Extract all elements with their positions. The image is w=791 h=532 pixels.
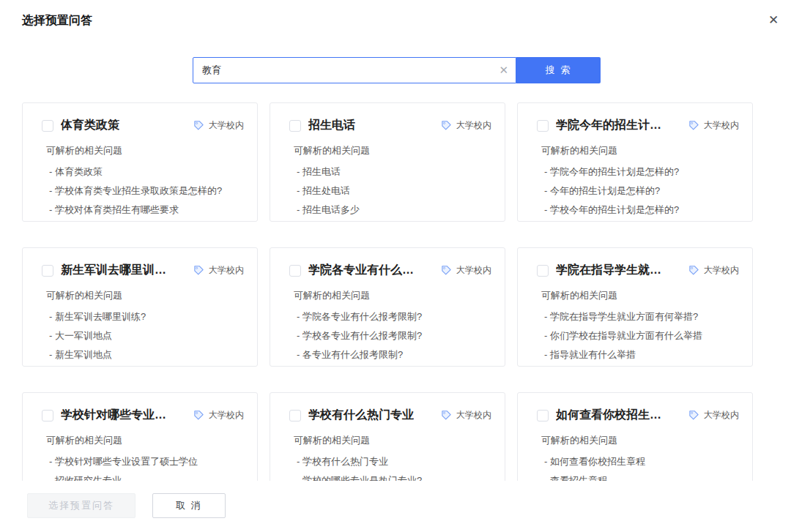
card-tag: 大学校内 — [684, 264, 739, 277]
tag-icon — [688, 410, 699, 421]
clear-icon[interactable]: ✕ — [499, 58, 508, 83]
question-item: - 学院今年的招生计划是怎样的? — [544, 162, 742, 181]
card-tag: 大学校内 — [684, 409, 739, 422]
card-checkbox[interactable] — [42, 410, 53, 422]
question-item: - 今年的招生计划是怎样的? — [544, 181, 742, 201]
tag-icon — [193, 410, 204, 421]
related-questions-label: 可解析的相关问题 — [46, 144, 244, 157]
card-tag: 大学校内 — [437, 264, 491, 277]
question-item: - 学校各专业有什么报考限制? — [297, 326, 494, 345]
card-checkbox[interactable] — [537, 120, 549, 132]
search-input-container: ✕ — [193, 57, 516, 83]
card-title: 学院今年的招生计… — [556, 118, 661, 133]
related-questions-label: 可解析的相关问题 — [541, 434, 739, 447]
question-item: - 大一军训地点 — [49, 326, 247, 345]
card-checkbox[interactable] — [289, 265, 301, 277]
tag-icon — [688, 120, 699, 131]
card-grid: 体育类政策 大学校内 可解析的相关问题 - 体育类政策 - 学校体育类专业招生录… — [22, 102, 754, 481]
question-item: - 学院在指导学生就业方面有何举措? — [544, 307, 742, 326]
qa-card[interactable]: 学校针对哪些专业… 大学校内 可解析的相关问题 - 学校针对哪些专业设置了硕士学… — [22, 392, 258, 481]
related-questions-label: 可解析的相关问题 — [46, 289, 244, 302]
question-item: - 指导就业有什么举措 — [544, 345, 742, 364]
card-tag-label: 大学校内 — [704, 409, 739, 422]
card-tag-label: 大学校内 — [209, 264, 244, 277]
card-checkbox[interactable] — [537, 265, 549, 277]
question-item: - 如何查看你校招生章程 — [544, 452, 742, 471]
search-input[interactable] — [193, 58, 516, 83]
qa-card[interactable]: 如何查看你校招生… 大学校内 可解析的相关问题 - 如何查看你校招生章程 - 查… — [517, 392, 753, 481]
qa-card[interactable]: 体育类政策 大学校内 可解析的相关问题 - 体育类政策 - 学校体育类专业招生录… — [22, 102, 258, 222]
question-item: - 学校对体育类招生有哪些要求 — [49, 201, 247, 220]
question-item: - 学校的哪些专业是热门专业? — [297, 471, 494, 481]
close-icon[interactable]: ✕ — [765, 12, 782, 29]
question-item: - 招收研究生专业 — [49, 471, 247, 481]
question-item: - 各专业有什么报考限制? — [297, 345, 494, 364]
card-tag-label: 大学校内 — [456, 409, 491, 422]
tag-icon — [193, 120, 204, 131]
card-checkbox[interactable] — [42, 265, 53, 277]
related-questions-label: 可解析的相关问题 — [46, 434, 244, 447]
card-tag-label: 大学校内 — [704, 264, 739, 277]
related-questions-label: 可解析的相关问题 — [294, 289, 491, 302]
question-item: - 体育类政策 — [49, 162, 247, 181]
select-preset-button[interactable]: 选择预置问答 — [27, 493, 135, 518]
card-checkbox[interactable] — [289, 120, 301, 132]
question-item: - 招生电话多少 — [297, 201, 494, 220]
tag-icon — [441, 265, 452, 276]
qa-card[interactable]: 新生军训去哪里训… 大学校内 可解析的相关问题 - 新生军训去哪里训练? - 大… — [22, 247, 258, 367]
card-title: 如何查看你校招生… — [556, 408, 661, 423]
related-questions-label: 可解析的相关问题 — [294, 144, 491, 157]
card-grid-viewport: 体育类政策 大学校内 可解析的相关问题 - 体育类政策 - 学校体育类专业招生录… — [22, 102, 754, 481]
question-item: - 查看招生章程 — [544, 471, 742, 481]
related-questions-label: 可解析的相关问题 — [294, 434, 491, 447]
card-tag-label: 大学校内 — [456, 119, 491, 132]
question-item: - 你们学校在指导就业方面有什么举措 — [544, 326, 742, 345]
card-tag-label: 大学校内 — [456, 264, 491, 277]
qa-card[interactable]: 招生电话 大学校内 可解析的相关问题 - 招生电话 - 招生处电话 - 招生电话… — [270, 102, 505, 222]
search-bar: ✕ 搜 索 — [193, 57, 601, 83]
tag-icon — [441, 120, 452, 131]
question-item: - 学校针对哪些专业设置了硕士学位 — [49, 452, 247, 471]
card-tag-label: 大学校内 — [209, 409, 244, 422]
dialog-title: 选择预置问答 — [22, 13, 92, 29]
dialog-footer: 选择预置问答 取 消 — [27, 493, 226, 518]
tag-icon — [688, 265, 699, 276]
question-item: - 招生处电话 — [297, 181, 494, 201]
related-questions-label: 可解析的相关问题 — [541, 144, 739, 157]
qa-card[interactable]: 学院在指导学生就… 大学校内 可解析的相关问题 - 学院在指导学生就业方面有何举… — [517, 247, 753, 367]
card-tag: 大学校内 — [189, 264, 244, 277]
card-tag: 大学校内 — [189, 409, 244, 422]
card-title: 学院在指导学生就… — [556, 263, 661, 278]
related-questions-label: 可解析的相关问题 — [541, 289, 739, 302]
card-title: 学校针对哪些专业… — [61, 408, 166, 423]
question-item: - 招生电话 — [297, 162, 494, 181]
question-item: - 学校体育类专业招生录取政策是怎样的? — [49, 181, 247, 201]
qa-card[interactable]: 学校有什么热门专业 大学校内 可解析的相关问题 - 学校有什么热门专业 - 学校… — [270, 392, 505, 481]
question-item: - 学校有什么热门专业 — [297, 452, 494, 471]
card-tag: 大学校内 — [437, 409, 491, 422]
card-title: 新生军训去哪里训… — [61, 263, 166, 278]
card-checkbox[interactable] — [537, 410, 549, 422]
card-tag: 大学校内 — [189, 119, 244, 132]
card-tag-label: 大学校内 — [704, 119, 739, 132]
question-item: - 学校今年的招生计划是怎样的? — [544, 201, 742, 220]
tag-icon — [441, 410, 452, 421]
qa-card[interactable]: 学院各专业有什么… 大学校内 可解析的相关问题 - 学院各专业有什么报考限制? … — [270, 247, 505, 367]
question-item: - 新生军训去哪里训练? — [49, 307, 247, 326]
card-checkbox[interactable] — [289, 410, 301, 422]
card-title: 招生电话 — [308, 118, 355, 133]
card-title: 学校有什么热门专业 — [308, 408, 414, 423]
card-title: 学院各专业有什么… — [308, 263, 414, 278]
question-item: - 学院各专业有什么报考限制? — [297, 307, 494, 326]
card-tag-label: 大学校内 — [209, 119, 244, 132]
search-button[interactable]: 搜 索 — [516, 57, 601, 83]
cancel-button[interactable]: 取 消 — [152, 493, 226, 518]
card-tag: 大学校内 — [684, 119, 739, 132]
card-title: 体育类政策 — [61, 118, 119, 133]
question-item: - 新生军训地点 — [49, 345, 247, 364]
tag-icon — [193, 265, 204, 276]
card-checkbox[interactable] — [42, 120, 53, 132]
qa-card[interactable]: 学院今年的招生计… 大学校内 可解析的相关问题 - 学院今年的招生计划是怎样的?… — [517, 102, 753, 222]
card-tag: 大学校内 — [437, 119, 491, 132]
